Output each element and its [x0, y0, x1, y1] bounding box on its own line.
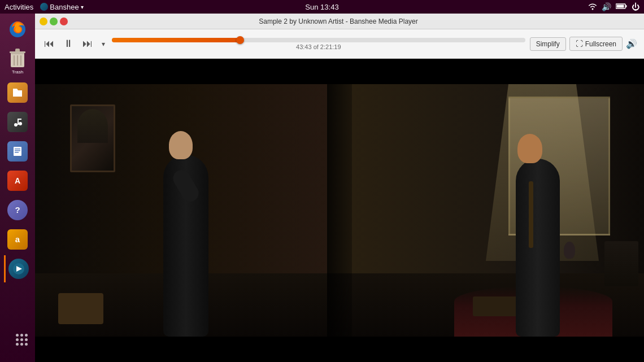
svg-text:?: ?	[15, 205, 20, 215]
topbar-right: 🔊 ⏻	[588, 2, 639, 12]
right-controls: Simplify ⛶ Fullscreen 🔊	[530, 37, 637, 51]
svg-rect-16	[15, 149, 20, 150]
wall-mirror	[70, 104, 115, 172]
progress-area: 43:43 of 2:21:19	[112, 38, 525, 50]
window-titlebar: Sample 2 by Unknown Artist - Banshee Med…	[35, 14, 644, 29]
main-area: Trash	[0, 14, 644, 362]
scene-right	[327, 84, 644, 337]
playback-menu-button[interactable]: ▾	[99, 38, 107, 50]
film-scene	[35, 59, 644, 362]
simplify-button[interactable]: Simplify	[530, 37, 566, 51]
controls-bar: ⏮ ⏸ ⏭ ▾ 43:43 of 2:21:19 Simplify	[35, 29, 644, 59]
banshee-dock-icon	[8, 259, 29, 279]
dock-item-firefox[interactable]	[4, 16, 31, 43]
fullscreen-button[interactable]: ⛶ Fullscreen	[569, 37, 623, 51]
topbar-left: Activities Banshee ▾	[5, 3, 84, 11]
wifi-icon[interactable]	[588, 2, 597, 12]
desktop: Sample 2 by Unknown Artist - Banshee Med…	[35, 14, 644, 362]
power-icon[interactable]: ⏻	[632, 2, 639, 11]
dock-item-help[interactable]: ?	[4, 197, 31, 224]
battery-icon[interactable]	[616, 3, 627, 11]
svg-text:A: A	[15, 176, 20, 185]
banshee-arrow: ▾	[81, 4, 84, 10]
volume-button[interactable]: 🔊	[626, 38, 637, 49]
banshee-app-indicator[interactable]: Banshee ▾	[40, 3, 83, 11]
dock-item-trash[interactable]: Trash	[4, 45, 31, 77]
taskbar: Trash	[0, 14, 35, 362]
media-player-window: Sample 2 by Unknown Artist - Banshee Med…	[35, 14, 644, 362]
topbar-clock: Sun 13:43	[305, 3, 338, 11]
progress-track[interactable]	[112, 38, 525, 42]
svg-rect-7	[10, 51, 25, 53]
close-button[interactable]	[60, 18, 68, 25]
activities-label[interactable]: Activities	[5, 3, 33, 11]
svg-rect-15	[14, 147, 21, 156]
svg-rect-2	[626, 5, 627, 7]
progress-thumb[interactable]	[236, 36, 244, 44]
dock-item-amazon[interactable]: a	[4, 226, 31, 253]
time-display: 43:43 of 2:21:19	[112, 43, 525, 50]
svg-rect-18	[15, 152, 19, 153]
window-title: Sample 2 by Unknown Artist - Banshee Med…	[68, 18, 609, 25]
svg-text:a: a	[15, 234, 20, 244]
chair	[58, 293, 103, 324]
scene-canvas	[35, 84, 644, 337]
next-button[interactable]: ⏭	[80, 36, 95, 52]
window-controls	[40, 18, 68, 25]
app-grid-button[interactable]	[8, 326, 35, 353]
letterbox-bottom	[35, 337, 644, 362]
svg-point-12	[19, 122, 22, 125]
svg-point-11	[14, 123, 18, 127]
dock-item-installer[interactable]: A	[4, 167, 31, 194]
minimize-button[interactable]	[40, 18, 47, 25]
dock-item-writer[interactable]	[4, 138, 31, 165]
letterbox-top	[35, 59, 644, 84]
svg-rect-1	[617, 5, 624, 7]
sound-icon[interactable]: 🔊	[602, 2, 611, 11]
dock-item-banshee[interactable]	[4, 255, 31, 282]
trash-label: Trash	[12, 69, 23, 75]
progress-fill	[112, 38, 240, 42]
prev-button[interactable]: ⏮	[42, 36, 56, 52]
dock-item-files[interactable]	[4, 79, 31, 106]
scene-background	[35, 84, 644, 337]
play-pause-button[interactable]: ⏸	[61, 36, 76, 52]
video-area	[35, 59, 644, 362]
dock-item-music[interactable]	[4, 108, 31, 136]
svg-rect-14	[18, 119, 21, 120]
topbar: Activities Banshee ▾ Sun 13:43 🔊	[0, 0, 644, 14]
banshee-app-name: Banshee	[50, 3, 79, 11]
app-grid-icon	[16, 334, 28, 346]
fullscreen-icon: ⛶	[576, 40, 583, 48]
svg-rect-17	[15, 150, 20, 151]
maximize-button[interactable]	[50, 18, 58, 25]
fullscreen-label: Fullscreen	[585, 40, 616, 48]
scene-left	[35, 84, 327, 337]
